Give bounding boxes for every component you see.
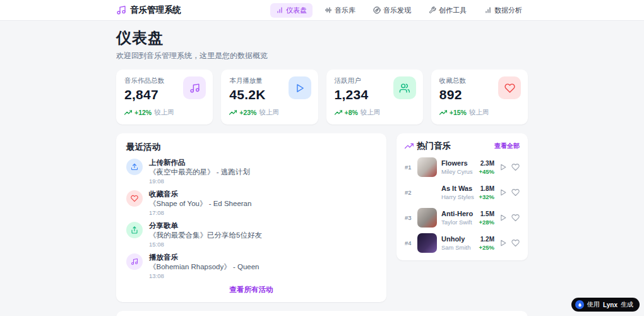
nav-item-dashboard[interactable]: 仪表盘	[270, 3, 313, 18]
nav-label: 数据分析	[494, 6, 522, 15]
share-icon	[131, 226, 138, 234]
activity-item-share: 分享歌单 《我的最爱合集》已分享给5位好友 15:08	[126, 222, 376, 248]
song-plays: 2.3M	[479, 160, 494, 167]
activity-desc: 《我的最爱合集》已分享给5位好友	[149, 231, 262, 240]
heart-icon	[511, 188, 520, 197]
activity-desc: 《夜空中最亮的星》 - 逃跑计划	[149, 168, 250, 176]
users-icon	[399, 83, 410, 94]
song-title: As It Was	[441, 185, 474, 193]
trending-up-icon	[229, 109, 237, 116]
compass-icon	[373, 6, 381, 14]
song-rank: #1	[405, 164, 413, 171]
hot-music-title: 热门音乐	[417, 140, 451, 152]
stat-card-total-favorites: 收藏总数 892 +15% 较上周	[431, 70, 528, 125]
favorite-button[interactable]	[511, 239, 520, 247]
activity-title: 上传新作品	[149, 159, 250, 167]
stat-card-total-works: 音乐作品总数 2,847 +12% 较上周	[116, 70, 213, 125]
trending-up-icon	[405, 142, 414, 150]
hot-music-panel: 热门音乐 查看全部 #1 Flowers Miley Cyrus 2.3M +4…	[397, 133, 528, 260]
play-button[interactable]	[499, 163, 507, 171]
favorite-button[interactable]	[511, 214, 520, 222]
nav-item-analytics[interactable]: 数据分析	[479, 3, 528, 18]
song-plays: 1.5M	[479, 210, 494, 218]
play-icon	[294, 83, 305, 94]
activity-item-upload: 上传新作品 《夜空中最亮的星》 - 逃跑计划 19:08	[126, 159, 376, 185]
activity-time: 13:08	[149, 272, 259, 279]
trend-value: +23%	[239, 109, 256, 116]
song-trend: +32%	[479, 193, 494, 200]
nav-item-library[interactable]: 音乐库	[319, 3, 361, 18]
song-artist: Sam Smith	[441, 244, 474, 251]
album-cover	[417, 157, 437, 177]
heart-icon	[511, 163, 520, 171]
song-artist: Harry Styles	[441, 193, 474, 200]
song-artist: Taylor Swift	[441, 219, 474, 226]
album-cover	[417, 233, 437, 253]
favorite-button[interactable]	[511, 163, 520, 171]
play-icon	[499, 214, 507, 222]
activity-item-play: 播放音乐 《Bohemian Rhapsody》 - Queen 13:08	[126, 253, 376, 279]
wrench-icon	[429, 6, 436, 14]
trending-up-icon	[439, 109, 447, 116]
trending-up-icon	[124, 109, 132, 116]
play-button[interactable]	[499, 239, 507, 247]
lynx-attribution-badge[interactable]: 使用 Lynx 生成	[571, 298, 640, 312]
play-button[interactable]	[499, 214, 507, 222]
stat-card-monthly-plays: 本月播放量 45.2K +23% 较上周	[221, 70, 318, 125]
play-icon	[499, 188, 507, 197]
music-note-icon	[131, 258, 138, 265]
nav-item-create-tools[interactable]: 创作工具	[423, 3, 472, 18]
upload-icon	[131, 163, 138, 171]
trend-period: 较上周	[259, 108, 279, 117]
album-cover	[417, 208, 437, 228]
activity-title: 分享歌单	[149, 222, 262, 230]
song-plays: 1.2M	[479, 236, 494, 243]
main-nav: 仪表盘 音乐库 音乐发现 创作工具 数据分析	[270, 3, 528, 18]
bar-chart-icon	[484, 6, 492, 14]
song-row: #1 Flowers Miley Cyrus 2.3M +45%	[405, 157, 520, 177]
activity-title: 收藏音乐	[149, 190, 251, 198]
heart-icon	[131, 195, 138, 202]
trend-value: +12%	[134, 109, 152, 116]
main-content: 仪表盘 欢迎回到音乐管理系统，这里是您的数据概览 音乐作品总数 2,847 +1…	[116, 21, 528, 316]
trend-period: 较上周	[154, 108, 174, 117]
song-artist: Miley Cyrus	[441, 168, 474, 175]
lynx-logo-icon	[575, 300, 584, 309]
nav-label: 创作工具	[439, 6, 467, 15]
music-note-icon	[116, 5, 126, 15]
song-row: #2 As It Was Harry Styles 1.8M +32%	[405, 183, 520, 202]
play-icon	[499, 239, 507, 247]
top-nav-bar: 音乐管理系统 仪表盘 音乐库 音乐发现 创作工具 数据分析	[0, 0, 644, 21]
song-rank: #4	[405, 240, 413, 246]
trend-value: +15%	[450, 109, 467, 116]
song-row: #3 Anti-Hero Taylor Swift 1.5M +28%	[405, 208, 520, 228]
heart-icon	[511, 214, 520, 222]
trend-period: 较上周	[469, 108, 489, 117]
song-title: Flowers	[441, 159, 474, 167]
trend-period: 较上周	[361, 108, 381, 117]
app-logo: 音乐管理系统	[116, 4, 181, 16]
nav-label: 音乐库	[335, 6, 355, 15]
album-cover	[417, 183, 437, 202]
favorite-button[interactable]	[511, 188, 520, 197]
stat-card-active-users: 活跃用户 1,234 +8% 较上周	[326, 70, 423, 125]
song-plays: 1.8M	[479, 185, 494, 193]
song-title: Unholy	[441, 235, 474, 243]
activity-desc: 《Shape of You》 - Ed Sheeran	[149, 200, 251, 208]
song-row: #4 Unholy Sam Smith 1.2M +25%	[405, 233, 520, 253]
heart-icon	[511, 239, 520, 247]
song-rank: #2	[405, 189, 413, 196]
activity-item-favorite: 收藏音乐 《Shape of You》 - Ed Sheeran 17:08	[126, 190, 376, 216]
view-all-link[interactable]: 查看全部	[494, 142, 520, 150]
page-title: 仪表盘	[116, 28, 528, 48]
page-subtitle: 欢迎回到音乐管理系统，这里是您的数据概览	[116, 51, 528, 61]
badge-prefix: 使用	[587, 300, 600, 309]
view-all-activity-link[interactable]: 查看所有活动	[126, 285, 376, 295]
activity-panel-title: 最近活动	[126, 142, 376, 153]
song-trend: +25%	[479, 244, 494, 251]
activity-title: 播放音乐	[149, 253, 259, 262]
song-trend: +45%	[479, 168, 494, 175]
activity-desc: 《Bohemian Rhapsody》 - Queen	[149, 263, 259, 271]
nav-item-discover[interactable]: 音乐发现	[367, 3, 417, 18]
play-button[interactable]	[499, 188, 507, 197]
